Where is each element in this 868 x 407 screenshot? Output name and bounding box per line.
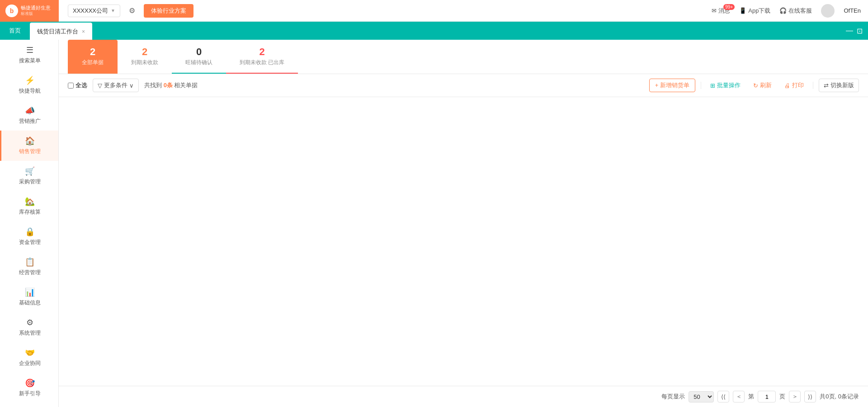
logo-sub: 标准版	[21, 11, 51, 17]
sidebar-item-app-center[interactable]: 📦 应用中心	[0, 403, 58, 407]
content-area: 2 全部单据 2 到期未收款 0 旺辅待确认 2 到期未收款 已出库 全选	[59, 40, 868, 407]
sidebar-label-basic-info: 基础信息	[19, 299, 41, 307]
next-page-button[interactable]: ＞	[789, 391, 801, 402]
last-page-button[interactable]: ⟩⟩	[804, 391, 816, 402]
sidebar-item-finance[interactable]: 🔒 资金管理	[0, 221, 58, 252]
online-service-label: 在线客服	[788, 7, 812, 15]
basic-info-icon: 📊	[25, 287, 35, 297]
filter-icon: ▽	[98, 82, 102, 89]
sales-icon: 🏠	[25, 136, 35, 146]
sidebar-item-inventory[interactable]: 🏡 库存核算	[0, 191, 58, 221]
page-label: 第	[748, 393, 754, 401]
main-layout: ☰ 搜索菜单 ⚡ 快捷导航 📣 营销推广 🏠 销售管理 🛒 采购管理 🏡 库存核…	[0, 40, 868, 407]
select-all-input[interactable]	[68, 83, 74, 89]
sidebar-label-inventory: 库存核算	[19, 208, 41, 216]
sidebar-item-cooperation[interactable]: 🤝 企业协同	[0, 342, 58, 373]
gear-icon: ⚙	[129, 6, 135, 15]
tab-bar: 首页 钱货日清工作台 × — ⊡	[0, 22, 868, 40]
messages-badge: 99+	[723, 4, 735, 10]
first-page-button[interactable]: ⟨⟨	[717, 391, 729, 402]
refresh-button[interactable]: ↻ 刷新	[750, 79, 775, 92]
select-all-label: 全选	[75, 81, 87, 89]
status-num-pending: 0	[196, 46, 202, 58]
found-text: 共找到 0条 相关单据	[144, 81, 198, 89]
guide-icon: 🎯	[25, 378, 35, 388]
sidebar-item-guide[interactable]: 🎯 新手引导	[0, 373, 58, 403]
restore-icon[interactable]: ⊡	[857, 27, 863, 35]
finance-icon: 🔒	[25, 227, 35, 237]
divider2	[813, 82, 813, 89]
sidebar-item-system[interactable]: ⚙ 系统管理	[0, 312, 58, 342]
tab-right-buttons: — ⊡	[846, 27, 868, 35]
new-sales-order-button[interactable]: + 新增销货单	[649, 79, 695, 92]
toolbar: 全选 ▽ 更多条件 ∨ 共找到 0条 相关单据 + 新增销货单 ⊞ 批量操作	[59, 74, 868, 97]
sidebar-label-quick-nav: 快捷导航	[19, 87, 41, 95]
settings-button[interactable]: ⚙	[125, 4, 139, 18]
page-number-input[interactable]	[758, 391, 776, 402]
messages-button[interactable]: ✉ 消息 99+	[712, 7, 730, 15]
status-card-all[interactable]: 2 全部单据	[68, 40, 118, 74]
select-all-checkbox[interactable]: 全选	[68, 81, 87, 89]
sidebar-item-marketing[interactable]: 📣 营销推广	[0, 100, 58, 131]
tab-label: 钱货日清工作台	[37, 28, 78, 36]
tab-active[interactable]: 钱货日清工作台 ×	[30, 23, 92, 41]
inventory-icon: 🏡	[25, 196, 35, 206]
prev-page-button[interactable]: ＜	[733, 391, 745, 402]
download-icon: 📱	[739, 7, 746, 14]
experience-button[interactable]: 体验行业方案	[144, 4, 193, 18]
quick-nav-icon: ⚡	[25, 75, 35, 85]
company-name: XXXXXX公司	[73, 7, 108, 15]
tab-close-icon[interactable]: ×	[82, 28, 85, 35]
table-area	[59, 97, 868, 386]
app-download-button[interactable]: 📱 App下载	[739, 7, 770, 15]
sidebar-item-purchase[interactable]: 🛒 采购管理	[0, 161, 58, 191]
system-icon: ⚙	[26, 318, 33, 327]
sidebar-label-finance: 资金管理	[19, 239, 41, 246]
logo-icon: b	[5, 5, 18, 17]
status-num-shipped: 2	[259, 46, 265, 58]
switch-label: 切换新版	[830, 81, 854, 89]
found-count: 0条	[164, 82, 173, 89]
switch-version-button[interactable]: ⇄ 切换新版	[819, 79, 859, 92]
print-label: 打印	[792, 81, 804, 89]
minimize-icon[interactable]: —	[846, 27, 853, 35]
filter-chevron-icon: ∨	[129, 82, 134, 89]
sidebar-label-search-menu: 搜索菜单	[19, 57, 41, 65]
service-icon: 🎧	[779, 7, 787, 14]
sidebar-label-marketing: 营销推广	[19, 117, 41, 125]
sidebar-item-sales[interactable]: 🏠 销售管理	[0, 131, 58, 161]
search-menu-icon: ☰	[26, 45, 33, 55]
logo-area: b 畅捷通好生意 标准版	[0, 0, 59, 22]
status-card-overdue[interactable]: 2 到期未收款	[118, 40, 172, 74]
switch-icon: ⇄	[824, 82, 829, 89]
operations-icon: 📋	[25, 257, 35, 267]
toolbar-right: + 新增销货单 ⊞ 批量操作 ↻ 刷新 🖨 打印 ⇄ 切换新版	[649, 79, 859, 92]
refresh-label: 刷新	[760, 81, 772, 89]
app-download-label: App下载	[748, 7, 770, 15]
refresh-icon: ↻	[753, 82, 758, 89]
batch-label: 批量操作	[717, 81, 741, 89]
sidebar-label-cooperation: 企业协同	[19, 360, 41, 367]
avatar[interactable]	[821, 4, 835, 18]
cooperation-icon: 🤝	[25, 348, 35, 358]
batch-operation-button[interactable]: ⊞ 批量操作	[707, 79, 744, 92]
found-suffix: 相关单据	[174, 82, 198, 89]
pagination: 每页显示 50 10 20 100 ⟨⟨ ＜ 第 页 ＞ ⟩⟩ 共0页, 0条记…	[59, 386, 868, 407]
sidebar-item-quick-nav[interactable]: ⚡ 快捷导航	[0, 70, 58, 100]
online-service-button[interactable]: 🎧 在线客服	[779, 7, 812, 15]
sidebar-item-basic-info[interactable]: 📊 基础信息	[0, 282, 58, 312]
filter-button[interactable]: ▽ 更多条件 ∨	[93, 79, 139, 92]
status-card-shipped[interactable]: 2 到期未收款 已出库	[226, 40, 298, 74]
status-card-pending[interactable]: 0 旺辅待确认	[172, 40, 226, 74]
sidebar-item-search-menu[interactable]: ☰ 搜索菜单	[0, 40, 58, 70]
status-label-all: 全部单据	[82, 59, 104, 66]
page-size-select[interactable]: 50 10 20 100	[689, 391, 714, 402]
sidebar: ☰ 搜索菜单 ⚡ 快捷导航 📣 营销推广 🏠 销售管理 🛒 采购管理 🏡 库存核…	[0, 40, 59, 407]
marketing-icon: 📣	[25, 106, 35, 116]
tab-home[interactable]: 首页	[0, 22, 30, 40]
sidebar-item-operations[interactable]: 📋 经营管理	[0, 252, 58, 282]
status-label-overdue: 到期未收款	[131, 59, 158, 66]
print-button[interactable]: 🖨 打印	[781, 79, 807, 92]
company-selector[interactable]: XXXXXX公司 ▼	[68, 5, 120, 17]
top-header: b 畅捷通好生意 标准版 XXXXXX公司 ▼ ⚙ 体验行业方案 ✉ 消息 99…	[0, 0, 868, 22]
